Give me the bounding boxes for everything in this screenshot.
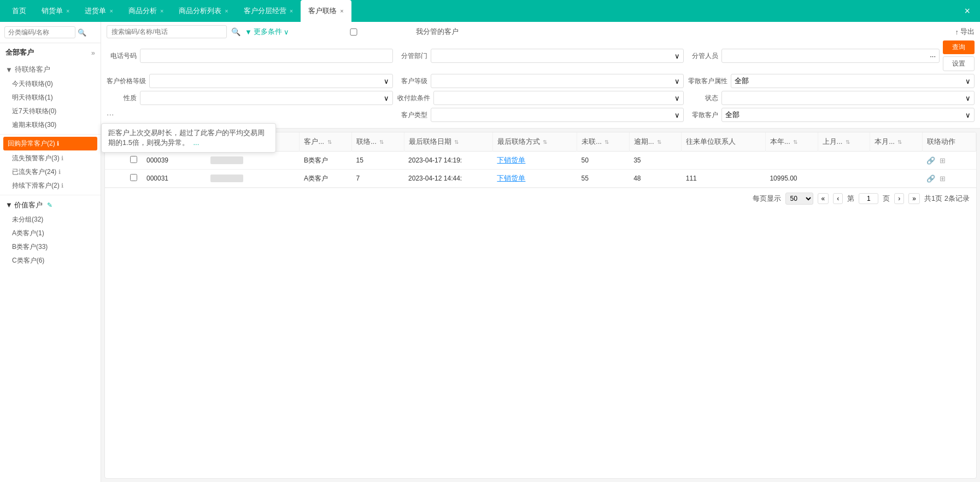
close-segment-tab[interactable]: × — [290, 8, 293, 14]
price-level-select[interactable]: ∨ — [149, 74, 393, 88]
search-icon-filter[interactable]: 🔍 — [231, 27, 240, 36]
tooltip-dots[interactable]: ... — [193, 138, 199, 147]
cust-type-select[interactable]: ∨ — [431, 108, 684, 122]
cell-overdue: 35 — [629, 152, 682, 170]
nav-product-analysis[interactable]: 商品分析 × — [121, 0, 171, 22]
sidebar-item-today-pending[interactable]: 今天待联络(0) — [0, 77, 101, 91]
export-button[interactable]: ↑ 导出 — [955, 27, 975, 37]
action-link-icon[interactable]: 🔗 — [926, 156, 935, 165]
sidebar-item-tomorrow-pending[interactable]: 明天待联络(1) — [0, 91, 101, 104]
col-header-contact[interactable]: 联络... ⇅ — [351, 132, 404, 152]
sidebar-item-7days-pending[interactable]: 近7天待联络(0) — [0, 104, 101, 118]
col-header-this-year[interactable]: 本年... ⇅ — [765, 132, 818, 152]
col-header-this-month[interactable]: 本月... ⇅ — [870, 132, 923, 152]
action-grid-icon[interactable]: ⊞ — [940, 175, 946, 183]
nav-customer-segment[interactable]: 客户分层经营 × — [236, 0, 301, 22]
cell-last-method[interactable]: 下销货单 — [492, 170, 577, 188]
more-conditions-btn[interactable]: ▼ 更多条件 ∨ — [245, 27, 289, 37]
action-link-icon[interactable]: 🔗 — [926, 175, 935, 183]
filter-cell-cust-type: 客户类型 ∨ — [397, 108, 684, 122]
close-contact-tab[interactable]: × — [340, 8, 343, 14]
close-sales-tab[interactable]: × — [66, 8, 69, 14]
my-customers-checkbox[interactable] — [294, 28, 414, 36]
filter-cell-dots: ··· — [107, 110, 393, 120]
nav-home[interactable]: 首页 — [4, 0, 34, 22]
sidebar-item-a-class[interactable]: A类客户(1) — [0, 227, 101, 240]
sort-icon-type: ⇅ — [327, 139, 332, 145]
action-grid-icon[interactable]: ⊞ — [940, 156, 946, 165]
sidebar-item-overdue-contact[interactable]: 逾期未联络(30) — [0, 118, 101, 132]
col-header-unit-contact[interactable]: 往来单位联系人 — [682, 132, 766, 152]
search-input[interactable] — [107, 25, 227, 38]
cell-name — [206, 170, 300, 188]
close-product-list-tab[interactable]: × — [225, 8, 228, 14]
edit-icon[interactable]: ✎ — [47, 201, 52, 209]
sidebar-search-input[interactable] — [4, 26, 75, 38]
cell-code: 000031 — [142, 170, 206, 188]
col-header-last-month[interactable]: 上月... ⇅ — [818, 132, 870, 152]
retail-attr-select[interactable]: 全部 ∨ — [731, 74, 975, 88]
sidebar-item-b-class[interactable]: B类客户(33) — [0, 240, 101, 254]
first-page-btn[interactable]: « — [818, 193, 829, 204]
payment-select[interactable]: ∨ — [433, 91, 684, 105]
sidebar-item-ungrouped[interactable]: 未分组(32) — [0, 213, 101, 227]
nav-product-list[interactable]: 商品分析列表 × — [171, 0, 236, 22]
col-header-overdue[interactable]: 逾期... ⇅ — [629, 132, 682, 152]
gender-select[interactable]: ∨ — [140, 91, 393, 105]
department-label: 分管部门 — [397, 51, 427, 61]
nav-customer-contact[interactable]: 客户联络 × — [301, 0, 351, 22]
row-checkbox[interactable] — [130, 174, 137, 181]
status-select[interactable]: ∨ — [721, 91, 975, 105]
cell-unit-contact — [682, 152, 766, 170]
sidebar-item-c-class[interactable]: C类客户(6) — [0, 254, 101, 268]
retail-cust-select[interactable]: 全部 ∨ — [721, 108, 975, 122]
cell-last-method[interactable]: 下销货单 — [492, 152, 577, 170]
sidebar: 🔍 全部客户 » ▼ 待联络客户 今天待联络(0) 明天待联络(1) 近7天待联… — [0, 22, 101, 482]
sidebar-item-declining[interactable]: 持续下滑客户(2) ℹ — [0, 179, 101, 193]
cell-last-month — [818, 152, 870, 170]
manager-select[interactable]: ··· — [721, 49, 940, 63]
close-window-button[interactable]: × — [959, 5, 976, 17]
phone-input[interactable] — [140, 49, 393, 63]
nav-purchase[interactable]: 进货单 × — [77, 0, 120, 22]
cell-action: 🔗 ⊞ — [922, 152, 976, 170]
next-page-btn[interactable]: › — [894, 193, 904, 204]
col-header-action: 联络动作 — [922, 132, 976, 152]
chevron-status: ∨ — [965, 94, 971, 102]
cust-level-select[interactable]: ∨ — [431, 74, 684, 88]
more-dots-icon[interactable]: ··· — [107, 110, 114, 120]
sidebar-item-churn-warning[interactable]: 流失预警客户(3) ℹ — [0, 152, 101, 165]
col-header-last-date[interactable]: 最后联络日期 ⇅ — [404, 132, 492, 152]
sidebar-search-icon[interactable]: 🔍 — [78, 28, 86, 37]
col-header-last-method[interactable]: 最后联络方式 ⇅ — [492, 132, 577, 152]
nav-sales[interactable]: 销货单 × — [34, 0, 77, 22]
row-checkbox[interactable] — [130, 156, 137, 163]
close-product-analysis-tab[interactable]: × — [160, 8, 163, 14]
info-icon3: ℹ — [58, 169, 61, 175]
row-checkbox-cell[interactable] — [125, 170, 142, 188]
settings-button[interactable]: 设置 — [943, 56, 975, 71]
row-checkbox-cell[interactable] — [125, 152, 142, 170]
cell-unit-contact: 111 — [682, 170, 766, 188]
sidebar-item-repurchase-abnormal[interactable]: 回购异常客户(2) ℹ — [3, 137, 97, 150]
col-header-type[interactable]: 客户... ⇅ — [300, 132, 352, 152]
department-select[interactable]: ∨ — [431, 49, 684, 63]
filter-row-3: 性质 ∨ 收付款条件 ∨ 状态 — [107, 91, 975, 105]
my-customers-checkbox-label[interactable]: 我分管的客户 — [294, 27, 459, 37]
sidebar-value-group[interactable]: ▼ 价值客户 ✎ — [0, 198, 101, 213]
last-page-btn[interactable]: » — [908, 193, 920, 204]
cell-this-year — [765, 152, 818, 170]
col-header-not-contact[interactable]: 未联... ⇅ — [577, 132, 630, 152]
sidebar-group-pending[interactable]: ▼ 待联络客户 — [0, 62, 101, 77]
cust-type-label: 客户类型 — [397, 111, 427, 120]
query-button[interactable]: 查询 — [943, 40, 975, 54]
sidebar-item-churned[interactable]: 已流失客户(24) ℹ — [0, 165, 101, 179]
per-page-select[interactable]: 50 20 100 — [785, 193, 813, 205]
prev-page-btn[interactable]: ‹ — [833, 193, 843, 204]
action-buttons: 查询 设置 — [943, 40, 975, 71]
close-purchase-tab[interactable]: × — [109, 8, 113, 14]
page-number-input[interactable] — [859, 193, 878, 204]
cell-contact: 15 — [351, 152, 404, 170]
sidebar-collapse-icon[interactable]: » — [91, 49, 95, 57]
sort-icon-last-date: ⇅ — [454, 139, 459, 145]
